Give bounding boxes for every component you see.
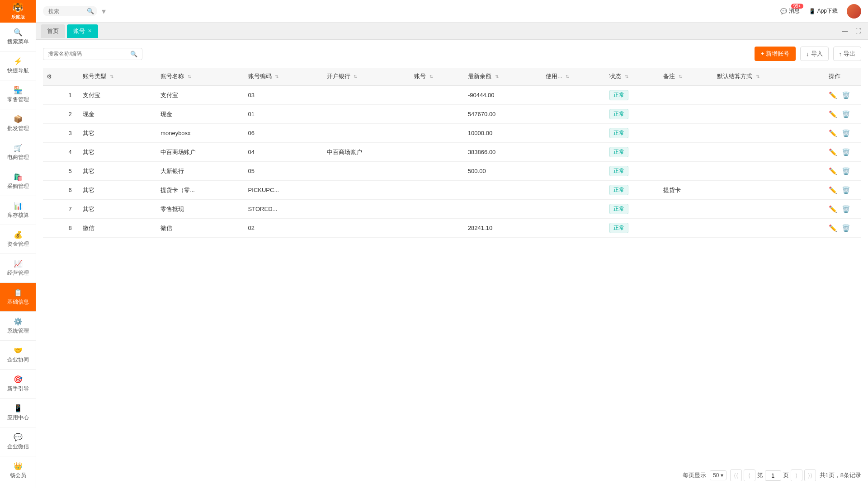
edit-row-button[interactable]: ✏️ <box>829 129 837 137</box>
page-last-button[interactable]: ⟩⟩ <box>804 469 816 481</box>
top-search-box[interactable]: 🔍 <box>43 6 97 16</box>
row-notes-cell <box>660 124 713 143</box>
row-balance-cell: 28241.10 <box>464 219 542 238</box>
edit-row-button[interactable]: ✏️ <box>829 186 837 194</box>
dropdown-icon[interactable]: ▾ <box>102 6 106 16</box>
page-size-select[interactable]: 50 ▾ <box>710 470 726 480</box>
tab-actions: — ⛶ <box>840 26 863 37</box>
sidebar-item-app-center[interactable]: 📱 应用中心 <box>0 399 36 427</box>
status-badge: 正常 <box>609 185 628 195</box>
row-settlement-cell <box>713 124 825 143</box>
col-settings[interactable]: ⚙ <box>43 68 61 85</box>
row-balance-cell: -90444.00 <box>464 85 542 105</box>
col-notes[interactable]: 备注 ⇅ <box>660 68 713 85</box>
table-row: 1 支付宝 支付宝 03 -90444.00 正常 ✏️ 🗑️ <box>43 85 861 105</box>
page-first-button[interactable]: ⟨⟨ <box>730 469 742 481</box>
app-download-button[interactable]: 📱 App下载 <box>809 7 838 15</box>
row-account-no-cell <box>410 162 464 181</box>
row-num-cell: 2 <box>61 105 79 124</box>
col-account-type[interactable]: 账号类型 ⇅ <box>79 68 157 85</box>
frequent-member-icon: 👑 <box>2 462 33 470</box>
sidebar-item-wholesale-mgmt[interactable]: 📦 批发管理 <box>0 109 36 138</box>
row-actions-cell: ✏️ 🗑️ <box>825 219 861 238</box>
row-account-name-cell: 中百商场账户 <box>157 143 244 162</box>
tab-maximize-button[interactable]: ⛶ <box>853 26 863 37</box>
row-notes-cell: 提货卡 <box>660 181 713 200</box>
edit-row-button[interactable]: ✏️ <box>829 167 837 175</box>
col-latest-balance[interactable]: 最新余额 ⇅ <box>464 68 542 85</box>
edit-row-button[interactable]: ✏️ <box>829 148 837 156</box>
tab-home[interactable]: 首页 <box>41 24 65 38</box>
purchase-mgmt-icon: 🛍️ <box>2 173 33 181</box>
account-search-input[interactable] <box>48 51 127 57</box>
import-button[interactable]: ↓ 导入 <box>800 47 829 61</box>
col-bank[interactable]: 开户银行 ⇅ <box>323 68 410 85</box>
row-status-cell: 正常 <box>606 219 660 238</box>
sidebar-item-search-menu[interactable]: 🔍 搜索菜单 <box>0 23 36 52</box>
edit-row-button[interactable]: ✏️ <box>829 205 837 213</box>
col-account-no[interactable]: 账号 ⇅ <box>410 68 464 85</box>
tab-account-close[interactable]: ✕ <box>88 28 92 34</box>
sidebar-item-system-mgmt[interactable]: ⚙️ 系统管理 <box>0 312 36 341</box>
sort-settlement-icon: ⇅ <box>756 74 760 79</box>
sidebar-item-enterprise-agreement[interactable]: 🤝 企业协同 <box>0 341 36 370</box>
edit-row-button[interactable]: ✏️ <box>829 91 837 99</box>
table-row: 6 其它 提货卡（零... PICKUPC... 正常 提货卡 ✏️ 🗑️ <box>43 181 861 200</box>
delete-row-button[interactable]: 🗑️ <box>842 148 850 156</box>
row-settings-cell <box>43 143 61 162</box>
pagination: 每页显示 50 ▾ ⟨⟨ ⟨ 第 页 ⟩ ⟩⟩ 共1页，8条记录 <box>683 469 861 481</box>
delete-row-button[interactable]: 🗑️ <box>842 186 850 194</box>
account-search-box[interactable]: 🔍 <box>43 48 142 60</box>
sidebar-item-label: 基础信息 <box>2 298 33 306</box>
delete-row-button[interactable]: 🗑️ <box>842 224 850 232</box>
edit-row-button[interactable]: ✏️ <box>829 224 837 232</box>
row-num-cell: 4 <box>61 143 79 162</box>
capital-mgmt-icon: 💰 <box>2 230 33 239</box>
sidebar-item-retail-mgmt[interactable]: 🏪 零售管理 <box>0 80 36 109</box>
col-account-code[interactable]: 账号编码 ⇅ <box>245 68 323 85</box>
sidebar-item-purchase-mgmt[interactable]: 🛍️ 采购管理 <box>0 167 36 196</box>
row-settlement-cell <box>713 143 825 162</box>
delete-row-button[interactable]: 🗑️ <box>842 91 850 99</box>
table-row: 5 其它 大新银行 05 500.00 正常 ✏️ 🗑️ <box>43 162 861 181</box>
top-search-input[interactable] <box>48 8 85 14</box>
page-next-button[interactable]: ⟩ <box>791 469 802 481</box>
delete-row-button[interactable]: 🗑️ <box>842 167 850 175</box>
col-account-name[interactable]: 账号名称 ⇅ <box>157 68 244 85</box>
edit-row-button[interactable]: ✏️ <box>829 110 837 118</box>
message-button[interactable]: 💬 消息 99+ <box>780 7 800 15</box>
sidebar-item-frequent-member[interactable]: 👑 畅会员 <box>0 456 36 485</box>
page-nav: ⟨⟨ ⟨ 第 页 ⟩ ⟩⟩ <box>730 469 816 481</box>
row-status-cell: 正常 <box>606 124 660 143</box>
delete-row-button[interactable]: 🗑️ <box>842 205 850 213</box>
sidebar-item-new-guide[interactable]: 🎯 新手引导 <box>0 370 36 399</box>
sort-status-icon: ⇅ <box>625 74 628 79</box>
delete-row-button[interactable]: 🗑️ <box>842 110 850 118</box>
page-prev-button[interactable]: ⟨ <box>744 469 755 481</box>
sidebar-item-operation-mgmt[interactable]: 📈 经营管理 <box>0 254 36 283</box>
page-number-input[interactable] <box>765 470 781 481</box>
retail-mgmt-icon: 🏪 <box>2 86 33 94</box>
export-button[interactable]: ↑ 导出 <box>833 47 862 61</box>
sidebar-item-inventory-calc[interactable]: 📊 库存核算 <box>0 196 36 225</box>
col-default-settlement[interactable]: 默认结算方式 ⇅ <box>713 68 825 85</box>
row-notes-cell <box>660 85 713 105</box>
basic-info-icon: 📋 <box>2 288 33 297</box>
sidebar-item-quick-nav[interactable]: ⚡ 快捷导航 <box>0 52 36 80</box>
sidebar-item-capital-mgmt[interactable]: 💰 资金管理 <box>0 225 36 254</box>
sidebar-item-ecommerce-mgmt[interactable]: 🛒 电商管理 <box>0 138 36 167</box>
delete-row-button[interactable]: 🗑️ <box>842 129 850 137</box>
sidebar-item-basic-info[interactable]: 📋 基础信息 <box>0 283 36 312</box>
table-row: 7 其它 零售抵现 STORED... 正常 ✏️ 🗑️ <box>43 200 861 219</box>
col-status[interactable]: 状态 ⇅ <box>606 68 660 85</box>
tab-account[interactable]: 账号 ✕ <box>67 24 98 38</box>
col-usage[interactable]: 使用... ⇅ <box>542 68 606 85</box>
add-account-button[interactable]: + 新增账号 <box>755 47 796 61</box>
main-area: 🔍 ▾ 💬 消息 99+ 📱 App下载 首页 账号 ✕ — <box>36 0 868 488</box>
row-settlement-cell <box>713 85 825 105</box>
sidebar-item-label: 系统管理 <box>2 327 33 335</box>
user-avatar[interactable] <box>847 4 861 19</box>
sidebar-item-enterprise-wechat[interactable]: 💬 企业微信 <box>0 427 36 456</box>
status-badge: 正常 <box>609 166 628 176</box>
tab-minimize-button[interactable]: — <box>840 26 850 37</box>
